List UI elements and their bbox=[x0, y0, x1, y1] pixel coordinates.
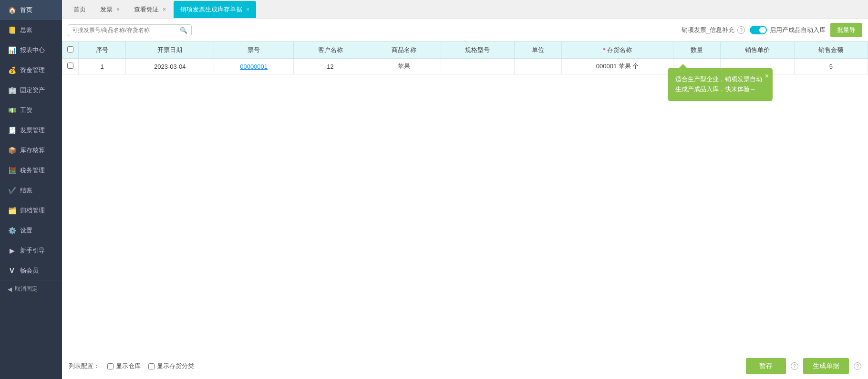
show-warehouse-checkbox[interactable] bbox=[107, 363, 114, 369]
home-icon: 🏠 bbox=[8, 6, 16, 14]
fixed-assets-icon: 🏢 bbox=[8, 86, 16, 94]
toggle-label: 启用产成品自动入库 bbox=[770, 26, 826, 34]
tab-invoice-label: 发票 bbox=[100, 5, 113, 14]
sidebar-item-fixed-assets[interactable]: 🏢 固定资产 bbox=[0, 80, 62, 100]
sidebar-item-archive[interactable]: 🗂️ 归档管理 bbox=[0, 200, 62, 221]
sidebar-pin-button[interactable]: ◀ 取消固定 bbox=[0, 281, 62, 297]
tab-voucher-label: 查看凭证 bbox=[134, 5, 159, 14]
th-seq: 序号 bbox=[79, 42, 126, 59]
batch-button[interactable]: 批量导 bbox=[830, 23, 862, 37]
sidebar: 🏠 首页 📒 总账 📊 报表中心 💰 资金管理 🏢 固定资产 💵 工资 🧾 发票… bbox=[0, 0, 62, 379]
generate-info-icon[interactable]: ? bbox=[854, 362, 861, 370]
show-category-checkbox[interactable] bbox=[148, 363, 155, 369]
sidebar-item-label: 资金管理 bbox=[20, 66, 45, 74]
pin-label: 取消固定 bbox=[15, 285, 38, 293]
sidebar-item-payroll[interactable]: 💵 工资 bbox=[0, 100, 62, 120]
search-box[interactable]: 🔍 bbox=[68, 24, 192, 36]
sidebar-item-member[interactable]: V 畅会员 bbox=[0, 261, 62, 281]
info-icon[interactable]: ? bbox=[737, 26, 745, 34]
toggle-knob bbox=[759, 27, 766, 33]
save-button[interactable]: 暂存 bbox=[746, 358, 786, 374]
footer: 列表配置： 显示仓库 显示存货分类 暂存 ? 生成单据 ? bbox=[62, 353, 868, 379]
sidebar-item-tax[interactable]: 🧮 税务管理 bbox=[0, 160, 62, 180]
generate-button[interactable]: 生成单据 bbox=[803, 358, 849, 374]
pin-icon: ◀ bbox=[8, 286, 12, 293]
tab-home[interactable]: 首页 bbox=[67, 1, 93, 18]
sidebar-item-invoice-mgmt[interactable]: 🧾 发票管理 bbox=[0, 120, 62, 140]
sidebar-item-label: 结账 bbox=[20, 186, 32, 195]
sidebar-item-label: 设置 bbox=[20, 226, 32, 235]
sidebar-item-home[interactable]: 🏠 首页 bbox=[0, 0, 62, 20]
th-customer: 客户名称 bbox=[293, 42, 367, 59]
row-checkbox-cell bbox=[62, 59, 79, 74]
search-input[interactable] bbox=[72, 27, 177, 33]
show-warehouse-label: 显示仓库 bbox=[116, 362, 141, 370]
select-all-checkbox[interactable] bbox=[67, 46, 73, 53]
tab-active[interactable]: 销项发票生成库存单据 × bbox=[174, 1, 256, 18]
tooltip-close-button[interactable]: × bbox=[765, 71, 769, 81]
sidebar-item-label: 库存核算 bbox=[20, 146, 45, 155]
row-product: 苹果 bbox=[367, 59, 441, 74]
search-icon: 🔍 bbox=[180, 27, 187, 34]
tooltip-indicator bbox=[665, 77, 667, 92]
sidebar-item-inventory[interactable]: 📦 库存核算 bbox=[0, 140, 62, 160]
tab-voucher[interactable]: 查看凭证 × bbox=[127, 1, 173, 18]
funds-icon: 💰 bbox=[8, 66, 16, 74]
toggle-wrap: 启用产成品自动入库 bbox=[750, 26, 826, 34]
sidebar-item-guide[interactable]: ▶ 新手引导 bbox=[0, 241, 62, 261]
settings-icon: ⚙️ bbox=[8, 227, 16, 234]
tab-invoice-close[interactable]: × bbox=[116, 6, 120, 13]
tab-active-close[interactable]: × bbox=[246, 6, 249, 13]
sidebar-item-label: 畅会员 bbox=[20, 266, 39, 275]
row-inventory: 000001 苹果 个 bbox=[562, 59, 673, 74]
info-label-wrap: 销项发票_信息补充 ? bbox=[682, 26, 745, 34]
tax-icon: 🧮 bbox=[8, 167, 16, 174]
tooltip-bubble: × 适合生产型企业，销项发票自动生成产成品入库，快来体验～ bbox=[668, 68, 773, 101]
row-spec bbox=[441, 59, 514, 74]
row-customer: 12 bbox=[293, 59, 367, 74]
show-category-label: 显示存货分类 bbox=[157, 362, 194, 370]
th-amount: 销售金额 bbox=[794, 42, 868, 59]
row-invoice-no[interactable]: 00000001 bbox=[214, 59, 294, 74]
inventory-icon: 📦 bbox=[8, 147, 16, 154]
sidebar-item-label: 新手引导 bbox=[20, 246, 45, 255]
tab-active-label: 销项发票生成库存单据 bbox=[180, 5, 242, 14]
row-amount: 5 bbox=[794, 59, 868, 74]
sidebar-item-reports[interactable]: 📊 报表中心 bbox=[0, 40, 62, 60]
sidebar-item-funds[interactable]: 💰 资金管理 bbox=[0, 60, 62, 80]
sidebar-item-label: 报表中心 bbox=[20, 46, 45, 54]
th-spec: 规格型号 bbox=[441, 42, 514, 59]
th-checkbox bbox=[62, 42, 79, 59]
tab-voucher-close[interactable]: × bbox=[163, 6, 166, 13]
sidebar-item-label: 固定资产 bbox=[20, 86, 45, 95]
sidebar-item-settings[interactable]: ⚙️ 设置 bbox=[0, 221, 62, 241]
th-inventory: 存货名称 bbox=[562, 42, 673, 59]
tooltip-text: 适合生产型企业，销项发票自动生成产成品入库，快来体验～ bbox=[675, 75, 762, 93]
row-date: 2023-03-04 bbox=[126, 59, 214, 74]
config-label: 列表配置： bbox=[69, 362, 100, 370]
content-area: 🔍 销项发票_信息补充 ? 启用产成品自动入库 批量导 bbox=[62, 19, 868, 379]
member-icon: V bbox=[8, 267, 16, 274]
sidebar-item-label: 总账 bbox=[20, 26, 32, 34]
archive-icon: 🗂️ bbox=[8, 207, 16, 214]
row-unit bbox=[514, 59, 561, 74]
sidebar-item-label: 归档管理 bbox=[20, 206, 45, 215]
sidebar-item-label: 发票管理 bbox=[20, 126, 45, 135]
sidebar-item-settlement[interactable]: ✔️ 结账 bbox=[0, 180, 62, 200]
save-info-icon[interactable]: ? bbox=[791, 362, 798, 370]
table-wrap: 序号 开票日期 票号 客户名称 商品名称 规格型号 单位 存货名称 数量 销售单… bbox=[62, 42, 868, 353]
auto-warehouse-toggle[interactable] bbox=[750, 26, 767, 34]
sidebar-item-label: 首页 bbox=[20, 6, 32, 14]
info-text: 销项发票_信息补充 bbox=[682, 26, 734, 34]
sidebar-item-ledger[interactable]: 📒 总账 bbox=[0, 20, 62, 40]
row-checkbox[interactable] bbox=[67, 63, 73, 69]
show-warehouse-wrap: 显示仓库 bbox=[107, 362, 141, 370]
toolbar: 🔍 销项发票_信息补充 ? 启用产成品自动入库 批量导 bbox=[62, 19, 868, 42]
tab-invoice[interactable]: 发票 × bbox=[93, 1, 126, 18]
tab-home-label: 首页 bbox=[73, 5, 86, 14]
th-quantity: 数量 bbox=[673, 42, 720, 59]
th-product: 商品名称 bbox=[367, 42, 441, 59]
payroll-icon: 💵 bbox=[8, 106, 16, 114]
reports-icon: 📊 bbox=[8, 46, 16, 54]
main-area: 首页 发票 × 查看凭证 × 销项发票生成库存单据 × 🔍 销项发票_信息补充 … bbox=[62, 0, 868, 379]
